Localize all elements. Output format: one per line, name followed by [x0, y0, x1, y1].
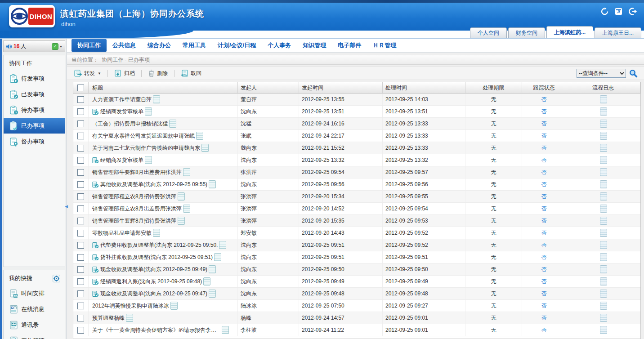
flow-log-icon[interactable]: [600, 253, 607, 261]
row-title-link[interactable]: 货补挂账收款及调整(沈向东 2012-09-25 09:51): [100, 254, 213, 261]
track-status-link[interactable]: 否: [541, 278, 547, 285]
track-status-link[interactable]: 否: [541, 205, 547, 213]
row-title-link[interactable]: 有关宁夏永泰祥公司发货延迟回款申请张岷: [92, 132, 195, 140]
row-title-link[interactable]: 经销商发货审核单: [100, 108, 143, 116]
flow-log-icon[interactable]: [600, 241, 607, 249]
nav-item-knowledge[interactable]: 知识管理: [297, 39, 332, 52]
form-icon[interactable]: [126, 314, 133, 322]
form-icon[interactable]: [153, 95, 160, 103]
track-status-link[interactable]: 否: [541, 169, 547, 176]
row-checkbox[interactable]: [77, 218, 84, 224]
row-checkbox[interactable]: [77, 290, 84, 297]
flow-log-icon[interactable]: [600, 120, 607, 128]
row-title-link[interactable]: 销售管理部程立农8月出差费用张洪萍: [92, 205, 182, 213]
row-checkbox[interactable]: [77, 193, 84, 200]
retrieve-button[interactable]: 取回: [179, 70, 203, 77]
row-checkbox[interactable]: [77, 145, 84, 152]
form-icon[interactable]: [178, 192, 185, 201]
row-checkbox[interactable]: [77, 133, 84, 139]
export-window-icon[interactable]: [614, 7, 623, 16]
nav-item-email[interactable]: 电子邮件: [332, 39, 367, 52]
sidebar-collapse-arrow[interactable]: ◀: [65, 204, 68, 209]
delete-button[interactable]: 删除: [146, 70, 170, 77]
nav-item-collaboration[interactable]: 协同工作: [72, 39, 107, 52]
track-status-link[interactable]: 否: [541, 266, 547, 273]
track-status-link[interactable]: 否: [541, 156, 547, 164]
flow-log-icon[interactable]: [600, 192, 607, 201]
tab-shanghai-dihon[interactable]: 上海滇虹药...: [546, 26, 593, 38]
sidebar-item-supervise[interactable]: 督办事项: [4, 134, 65, 149]
row-title-link[interactable]: 零散物品礼品申请郑安敏: [92, 229, 152, 237]
sidebar-item-contacts[interactable]: 通讯录: [4, 317, 65, 333]
sidebar-item-schedule[interactable]: 时间安排: [4, 285, 65, 301]
track-status-link[interactable]: 否: [541, 217, 547, 225]
row-checkbox[interactable]: [77, 205, 84, 212]
flow-log-icon[interactable]: [600, 290, 607, 298]
form-icon[interactable]: [209, 290, 216, 298]
flow-log-icon[interactable]: [600, 180, 607, 188]
nav-item-plan-meeting-schedule[interactable]: 计划/会议/日程: [212, 39, 262, 52]
row-title-link[interactable]: 代垫费用收款及调整单(沈向东 2012-09-25 09:50.: [100, 241, 218, 249]
query-filter-select[interactable]: --查询条件--: [577, 69, 626, 78]
tab-shanghai-kangwang[interactable]: 上海康王日...: [595, 27, 641, 38]
row-title-link[interactable]: 经销商发货审核单: [100, 156, 143, 164]
row-checkbox[interactable]: [77, 169, 84, 176]
flow-log-icon[interactable]: [600, 144, 607, 152]
search-icon[interactable]: [629, 69, 638, 78]
row-checkbox[interactable]: [77, 278, 84, 285]
flow-log-icon[interactable]: [600, 265, 607, 273]
row-title-link[interactable]: 其他收款及调整单(沈向东 2012-09-25 09:55): [100, 181, 207, 188]
row-checkbox[interactable]: [77, 108, 84, 115]
form-icon[interactable]: [153, 229, 160, 237]
row-checkbox[interactable]: [77, 181, 84, 188]
flow-log-icon[interactable]: [600, 302, 607, 310]
sidebar-item-pending[interactable]: 待办事项: [4, 102, 65, 118]
form-icon[interactable]: [209, 265, 216, 273]
form-icon[interactable]: [183, 168, 190, 176]
form-icon[interactable]: [183, 205, 190, 213]
form-icon[interactable]: [222, 326, 229, 334]
form-icon[interactable]: [196, 132, 203, 140]
row-checkbox[interactable]: [77, 315, 84, 321]
flow-log-icon[interactable]: [600, 132, 607, 140]
row-title-link[interactable]: 现金收款及调整单(沈向东 2012-09-25 09:49): [100, 266, 207, 273]
nav-item-personal-affairs[interactable]: 个人事务: [262, 39, 297, 52]
nav-item-general-office[interactable]: 综合办公: [142, 39, 177, 52]
sidebar-item-sent[interactable]: 已发事项: [4, 86, 65, 102]
form-icon[interactable]: [169, 120, 176, 128]
row-checkbox[interactable]: [77, 242, 84, 249]
row-title-link[interactable]: 关于《十一黄金周特卖会促销方案》的请示报告李柱...: [92, 326, 220, 334]
track-status-link[interactable]: 否: [541, 132, 547, 140]
track-status-link[interactable]: 否: [541, 254, 547, 261]
flow-log-icon[interactable]: [600, 168, 607, 176]
row-title-link[interactable]: （工会）招待费用申报核销沈猛: [92, 120, 168, 128]
track-status-link[interactable]: 否: [541, 193, 547, 201]
presence-status-dropdown[interactable]: ✓ ▼: [52, 43, 63, 50]
track-status-link[interactable]: 否: [541, 241, 547, 249]
row-title-link[interactable]: 预算调整杨峰: [92, 314, 125, 322]
flow-log-icon[interactable]: [600, 156, 607, 164]
form-icon[interactable]: [209, 180, 216, 188]
gear-icon[interactable]: [53, 275, 60, 282]
form-icon[interactable]: [170, 302, 178, 310]
nav-item-hr[interactable]: ＨＲ管理: [367, 39, 402, 52]
logout-icon[interactable]: [628, 7, 637, 16]
track-status-link[interactable]: 否: [541, 290, 547, 298]
row-title-link[interactable]: 现金收款及调整单(沈向东 2012-09-25 09:47): [100, 290, 207, 298]
row-checkbox[interactable]: [77, 120, 84, 127]
select-all-checkbox[interactable]: [77, 85, 84, 91]
sidebar-item-done[interactable]: 已办事项: [4, 118, 65, 134]
row-title-link[interactable]: 经销商返利入账(沈向东 2012-09-25 09:48): [100, 278, 202, 285]
row-title-link[interactable]: 关于河南二七龙云制作广告喷绘的申请魏向东: [92, 144, 200, 152]
row-title-link[interactable]: 销售管理部牛要辉8月出差费用张洪萍: [92, 169, 182, 176]
form-icon[interactable]: [201, 144, 209, 152]
form-icon[interactable]: [145, 107, 152, 116]
row-title-link[interactable]: 2012年润芙惟慢采购申请陆冰冰: [92, 302, 169, 310]
row-title-link[interactable]: 销售管理部牛要辉8月招待费张洪萍: [92, 217, 176, 225]
archive-button[interactable]: 归档: [112, 70, 137, 77]
track-status-link[interactable]: 否: [541, 144, 547, 152]
track-status-link[interactable]: 否: [541, 120, 547, 128]
tab-personal-space[interactable]: 个人空间: [470, 27, 507, 38]
form-icon[interactable]: [214, 253, 221, 261]
track-status-link[interactable]: 否: [541, 314, 547, 322]
